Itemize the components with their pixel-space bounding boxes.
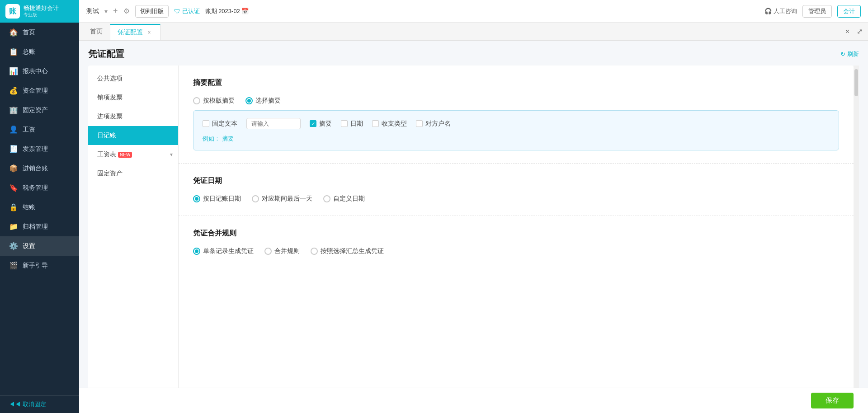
date-title: 凭证日期 — [193, 176, 839, 186]
company-name: 测试 — [86, 7, 99, 15]
select-summary-radio[interactable]: 选择摘要 — [245, 97, 281, 105]
sidebar: 账 畅捷通好会计 专业版 🏠首页📋总账📊报表中心💰资金管理🏢固定资产👤工资🧾发票… — [0, 0, 79, 413]
user-button[interactable]: 管理员 — [802, 5, 832, 18]
sidebar-item-cash[interactable]: 💰资金管理 — [0, 81, 79, 100]
last-day-radio[interactable]: 对应期间最后一天 — [252, 195, 312, 203]
summary-options-row: 固定文本 ✓ 摘要 日期 — [203, 118, 830, 129]
save-button[interactable]: 保存 — [811, 393, 854, 408]
config-content-wrapper: 摘要配置 按模版摘要 选择摘要 — [179, 66, 859, 413]
sidebar-item-assets[interactable]: 🏢固定资产 — [0, 100, 79, 120]
sidebar-item-close[interactable]: 🔒结账 — [0, 197, 79, 217]
company-dropdown-icon[interactable]: ▾ — [104, 8, 108, 15]
template-summary-radio[interactable]: 按模版摘要 — [193, 97, 235, 105]
close-icon: 🔒 — [9, 203, 18, 211]
sidebar-item-reports[interactable]: 📊报表中心 — [0, 61, 79, 81]
sidebar-item-settings[interactable]: ⚙️设置 — [0, 236, 79, 256]
summary-title: 摘要配置 — [193, 78, 839, 88]
custom-date-circle — [323, 195, 330, 202]
scrollbar-thumb — [854, 69, 858, 96]
last-day-circle — [252, 195, 259, 202]
abstract-checkbox-box: ✓ — [310, 120, 316, 127]
main-area: 测试 ▾ + ⚙ 切到旧版 🛡 已认证 账期 2023-02 📅 🎧 人工咨询 … — [79, 0, 868, 413]
sidebar-item-home[interactable]: 🏠首页 — [0, 23, 79, 42]
date-checkbox-box — [341, 120, 348, 127]
tabbar-actions: × ⤢ — [844, 25, 864, 38]
sidebar-item-sales[interactable]: 📦进销台账 — [0, 159, 79, 178]
sidebar-nav: 🏠首页📋总账📊报表中心💰资金管理🏢固定资产👤工资🧾发票管理📦进销台账🔖税务管理🔒… — [0, 23, 79, 395]
tax-icon: 🔖 — [9, 183, 18, 192]
sidebar-item-salary[interactable]: 👤工资 — [0, 120, 79, 139]
fixed-text-checkbox-box — [203, 120, 209, 127]
consult-button[interactable]: 🎧 人工咨询 — [764, 7, 797, 15]
menu-item-public[interactable]: 公共选项 — [88, 69, 178, 88]
journal-date-circle — [193, 195, 200, 202]
example-row: 例如： 摘要 — [203, 135, 830, 143]
fixed-text-input[interactable] — [246, 118, 301, 129]
archive-icon: 📁 — [9, 222, 18, 231]
page-title: 凭证配置 — [88, 48, 124, 60]
tab-voucher-config[interactable]: 凭证配置 × — [110, 24, 160, 40]
settings-icon[interactable]: ⚙ — [123, 7, 130, 15]
abstract-checkbox[interactable]: ✓ 摘要 — [310, 120, 332, 128]
page-header: 凭证配置 ↻ 刷新 — [79, 41, 868, 66]
accountant-button[interactable]: 会计 — [837, 5, 861, 18]
close-tab-button[interactable]: × — [844, 26, 851, 38]
counterparty-checkbox-box — [416, 120, 423, 127]
scrollbar[interactable] — [854, 66, 859, 413]
sales-icon: 📦 — [9, 164, 18, 173]
sidebar-logo: 账 畅捷通好会计 专业版 — [0, 0, 79, 23]
payment-type-checkbox-box — [372, 120, 379, 127]
custom-date-radio[interactable]: 自定义日期 — [323, 195, 365, 203]
merge-rules-radio[interactable]: 合并规则 — [264, 247, 300, 255]
journal-date-radio[interactable]: 按日记账日期 — [193, 195, 241, 203]
config-content: 摘要配置 按模版摘要 选择摘要 — [179, 66, 854, 413]
bottom-bar: 保存 — [79, 388, 868, 413]
merge-section: 凭证合并规则 单条记录生成凭证 合并规则 — [179, 216, 854, 268]
sidebar-item-invoice[interactable]: 🧾发票管理 — [0, 139, 79, 159]
menu-item-payroll[interactable]: 工资表NEW▾ — [88, 145, 178, 164]
refresh-button[interactable]: ↻ 刷新 — [840, 50, 859, 58]
single-record-radio[interactable]: 单条记录生成凭证 — [193, 247, 254, 255]
payment-type-checkbox[interactable]: 收支类型 — [372, 120, 407, 128]
sidebar-item-archive[interactable]: 📁归档管理 — [0, 217, 79, 236]
add-button[interactable]: + — [113, 6, 118, 16]
headset-icon: 🎧 — [764, 8, 772, 14]
tab-home[interactable]: 首页 — [83, 24, 110, 39]
example-value: 摘要 — [222, 135, 234, 142]
single-record-circle — [193, 248, 200, 255]
logo-text: 畅捷通好会计 专业版 — [24, 5, 59, 19]
summary-options-box: 固定文本 ✓ 摘要 日期 — [193, 110, 839, 150]
logo-icon: 账 — [5, 4, 20, 19]
menu-arrow-icon: ▾ — [170, 151, 173, 158]
template-summary-circle — [193, 97, 200, 104]
switch-old-version-button[interactable]: 切到旧版 — [135, 5, 169, 18]
menu-item-purchase-invoice[interactable]: 进项发票 — [88, 107, 178, 126]
menu-item-sales-invoice[interactable]: 销项发票 — [88, 88, 178, 107]
assets-icon: 🏢 — [9, 106, 18, 114]
sidebar-item-tax[interactable]: 🔖税务管理 — [0, 178, 79, 197]
date-checkbox[interactable]: 日期 — [341, 120, 363, 128]
refresh-icon: ↻ — [840, 51, 845, 57]
cancel-fixed-button[interactable]: ◀◀ 取消固定 — [0, 395, 79, 413]
shield-icon: 🛡 — [174, 8, 180, 15]
settings-icon: ⚙️ — [9, 242, 18, 250]
menu-item-journal[interactable]: 日记账 — [88, 126, 178, 145]
menu-item-fixed-assets[interactable]: 固定资产 — [88, 164, 178, 183]
tabbar: 首页 凭证配置 × × ⤢ — [79, 23, 868, 41]
ledger-icon: 📋 — [9, 47, 18, 56]
sidebar-item-ledger[interactable]: 📋总账 — [0, 42, 79, 61]
date-radio-group: 按日记账日期 对应期间最后一天 自定义日期 — [193, 195, 839, 203]
fullscreen-button[interactable]: ⤢ — [855, 25, 864, 38]
counterparty-checkbox[interactable]: 对方户名 — [416, 120, 451, 128]
summary-radio-group: 按模版摘要 选择摘要 — [193, 97, 839, 105]
new-badge: NEW — [118, 152, 132, 158]
fixed-text-checkbox[interactable]: 固定文本 — [203, 120, 237, 128]
tab-close-icon[interactable]: × — [146, 29, 153, 36]
by-selection-radio[interactable]: 按照选择汇总生成凭证 — [311, 247, 384, 255]
select-summary-circle — [245, 97, 253, 104]
reports-icon: 📊 — [9, 67, 18, 75]
sidebar-item-guide[interactable]: 🎬新手引导 — [0, 256, 79, 275]
period-label: 账期 2023-02 📅 — [205, 7, 249, 15]
topbar: 测试 ▾ + ⚙ 切到旧版 🛡 已认证 账期 2023-02 📅 🎧 人工咨询 … — [79, 0, 868, 23]
summary-section: 摘要配置 按模版摘要 选择摘要 — [179, 66, 854, 164]
